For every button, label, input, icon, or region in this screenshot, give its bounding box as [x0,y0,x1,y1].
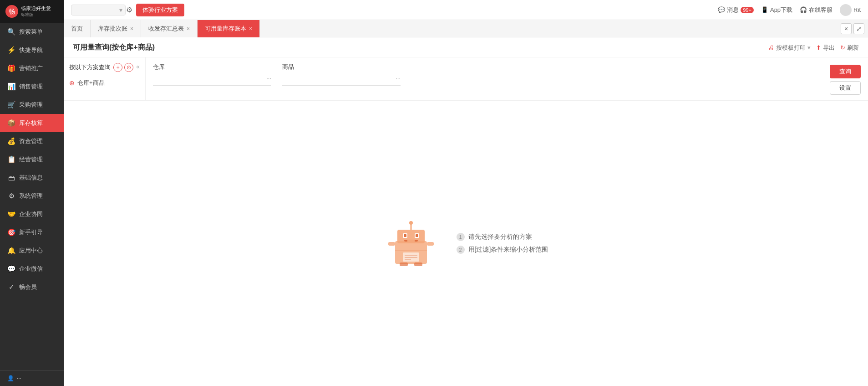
sidebar-user-name: ··· [17,375,21,381]
scheme-settings-button[interactable]: ⊙ [124,63,133,72]
close-all-tabs-button[interactable]: × [841,23,852,34]
search-menu-icon: 🔍 [7,28,15,36]
sidebar-nav: 🔍 搜索菜单 ⚡ 快捷导航 🎁 营销推广 📊 销售管理 🛒 采购管理 📦 库存核… [0,23,64,370]
product-more-icon[interactable]: ··· [396,75,401,82]
step-2-text: 用[过滤]条件来缩小分析范围 [468,246,548,254]
vip-icon: ✓ [7,283,15,291]
export-button[interactable]: ⬆ 导出 [816,44,835,52]
filter-action-buttons: 查询 设置 [830,63,861,95]
page-header: 可用量查询(按仓库+商品) 🖨 按模板打印 ▾ ⬆ 导出 ↻ 刷新 [64,37,868,57]
sidebar-item-app-center[interactable]: 🔔 应用中心 [0,242,64,260]
filter-panel: 按以下方案查询 + ⊙ « ⊕ 仓库+商品 仓库 [64,57,868,101]
svg-rect-4 [404,234,406,237]
page-header-actions: 🖨 按模板打印 ▾ ⬆ 导出 ↻ 刷新 [768,44,859,52]
collab-icon: 🤝 [7,210,15,218]
filter-sidebar-header: 按以下方案查询 + ⊙ « [64,63,145,76]
product-input[interactable] [282,73,396,83]
empty-step-2: 2 用[过滤]条件来缩小分析范围 [457,246,548,254]
product-label: 商品 [282,63,401,71]
messages-button[interactable]: 💬 消息 99+ [718,6,754,14]
topbar-left: ▾ ⚙ 体验行业方案 [71,4,184,16]
export-icon: ⬆ [816,44,821,51]
filter-scheme-warehouse-product[interactable]: ⊕ 仓库+商品 [64,76,145,90]
product-filter-field: 商品 ··· [282,63,401,86]
close-tab-available-inventory-icon[interactable]: × [249,26,252,32]
wechat-icon: 💬 [7,265,15,273]
print-icon: 🖨 [768,44,774,51]
sidebar-item-collab[interactable]: 🤝 企业协同 [0,205,64,223]
sidebar-item-sales[interactable]: 📊 销售管理 [0,77,64,96]
user-profile-button[interactable]: Rit [840,4,861,16]
close-tab-receipt-summary-icon[interactable]: × [187,26,190,32]
warehouse-product-scheme-icon: ⊕ [69,79,75,87]
svg-rect-9 [388,242,395,246]
content-area: 可用量查询(按仓库+商品) 🖨 按模板打印 ▾ ⬆ 导出 ↻ 刷新 [64,37,868,386]
sidebar-item-wechat[interactable]: 💬 企业微信 [0,260,64,278]
app-download-icon: 📱 [761,6,768,13]
sidebar-item-basic-info[interactable]: 🗃 基础信息 [0,169,64,187]
sidebar-item-quicknav[interactable]: ⚡ 快捷导航 [0,41,64,59]
warehouse-input[interactable] [153,73,266,83]
logo-icon: 畅 [5,5,18,18]
step-1-text: 请先选择要分析的方案 [468,233,532,241]
filter-sidebar-header-actions: + ⊙ « [113,63,140,72]
sidebar-item-inventory[interactable]: 📦 库存核算 [0,114,64,132]
svg-rect-15 [403,252,419,262]
step-2-number: 2 [457,246,465,254]
avatar [840,4,852,16]
inventory-icon: 📦 [7,119,15,127]
query-button[interactable]: 查询 [830,65,861,78]
sidebar-bottom: 👤 ··· [0,370,64,386]
sidebar-item-marketing[interactable]: 🎁 营销推广 [0,59,64,77]
filter-sidebar: 按以下方案查询 + ⊙ « ⊕ 仓库+商品 [64,57,146,100]
print-dropdown-icon[interactable]: ▾ [807,44,811,51]
tab-receipt-summary[interactable]: 收发存汇总表 × [141,20,198,37]
tab-home[interactable]: 首页 [64,20,91,37]
search-input[interactable] [71,5,126,15]
app-center-icon: 🔔 [7,247,15,255]
warehouse-more-icon[interactable]: ··· [266,75,271,82]
sidebar-item-finance[interactable]: 💰 资金管理 [0,132,64,150]
print-template-button[interactable]: 🖨 按模板打印 ▾ [768,44,811,52]
sales-icon: 📊 [7,82,15,91]
settings-button[interactable]: 设置 [830,81,861,95]
empty-state: 1 请先选择要分析的方案 2 用[过滤]条件来缩小分析范围 [64,101,868,386]
empty-box-svg [384,216,438,271]
quick-nav-icon: ⚡ [7,46,15,54]
expand-tabs-button[interactable]: ⤢ [853,23,864,34]
empty-text: 1 请先选择要分析的方案 2 用[过滤]条件来缩小分析范围 [457,233,548,254]
sidebar-item-search[interactable]: 🔍 搜索菜单 [0,23,64,41]
warehouse-label: 仓库 [153,63,271,71]
empty-illustration [384,216,438,271]
add-scheme-button[interactable]: + [113,63,122,72]
sidebar-item-vip[interactable]: ✓ 畅会员 [0,278,64,296]
refresh-button[interactable]: ↻ 刷新 [840,44,859,52]
svg-rect-7 [407,240,415,242]
collapse-filter-button[interactable]: « [136,63,140,72]
sidebar-item-newbie[interactable]: 🎯 新手引导 [0,223,64,242]
topbar-right: 💬 消息 99+ 📱 App下载 🎧 在线客服 Rit [718,4,861,16]
tab-inventory-batch[interactable]: 库存批次账 × [91,20,141,37]
app-download-button[interactable]: 📱 App下载 [761,6,792,14]
warehouse-filter-field: 仓库 ··· [153,63,271,86]
sidebar-item-purchase[interactable]: 🛒 采购管理 [0,96,64,114]
settings-gear-icon[interactable]: ⚙ [126,5,132,14]
topbar: ▾ ⚙ 体验行业方案 💬 消息 99+ 📱 App下载 🎧 在线客服 Rit [64,0,868,20]
tabs-bar-controls: × ⤢ [841,23,864,34]
operations-icon: 📋 [7,155,15,164]
app-logo: 畅 畅康通好生意 标准版 [0,0,64,23]
sidebar-item-system[interactable]: ⚙ 系统管理 [0,187,64,205]
app-name: 畅康通好生意 [21,5,51,12]
industry-solution-button[interactable]: 体验行业方案 [136,4,184,16]
newbie-icon: 🎯 [7,228,15,237]
support-icon: 🎧 [800,6,807,13]
online-support-button[interactable]: 🎧 在线客服 [800,6,832,14]
sidebar-item-operations[interactable]: 📋 经营管理 [0,150,64,169]
tab-available-inventory[interactable]: 可用量库存账本 × [198,20,260,37]
close-tab-inventory-batch-icon[interactable]: × [130,26,133,32]
topbar-search-dropdown-icon[interactable]: ▾ [119,6,122,14]
finance-icon: 💰 [7,137,15,145]
step-1-number: 1 [457,233,465,241]
message-icon: 💬 [718,6,725,13]
empty-step-1: 1 请先选择要分析的方案 [457,233,548,241]
